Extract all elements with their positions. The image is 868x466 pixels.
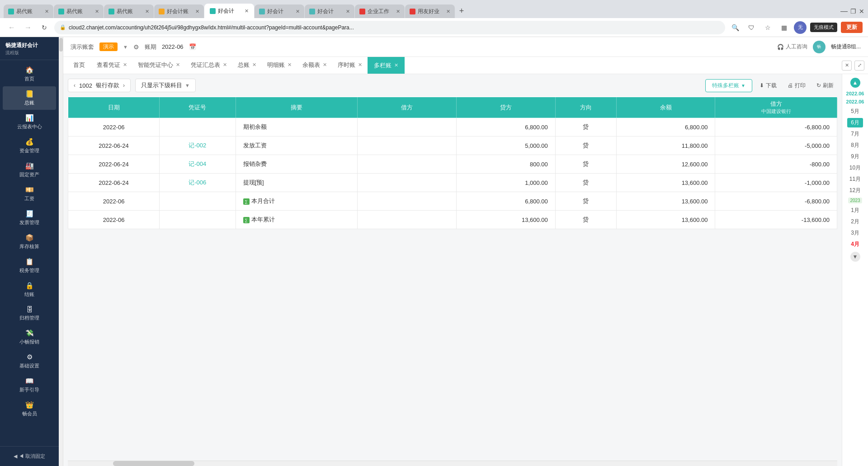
url-bar[interactable]: 🔒 cloud2.chanjet.com/accounting/uh26t264… [54, 21, 725, 34]
tab-close-7[interactable]: ✕ [346, 9, 350, 14]
panel-collapse-toggle[interactable]: › [842, 262, 842, 278]
sidebar-item-assets[interactable]: 🏭 固定资产 [3, 158, 56, 182]
calendar-icon[interactable]: 📅 [189, 43, 196, 50]
tab-close-sequence-ledger[interactable]: ✕ [358, 62, 362, 68]
month-12[interactable]: 12月 [849, 185, 861, 196]
row4-voucher[interactable]: 记-006 [160, 174, 236, 192]
nav-next-arrow[interactable]: › [123, 82, 125, 89]
gear-icon[interactable]: ⚙ [133, 43, 139, 51]
tab-home[interactable]: 首页 [67, 57, 91, 74]
tab-close-3[interactable]: ✕ [145, 9, 149, 14]
left-scrollbar[interactable] [59, 37, 63, 466]
profile-button[interactable]: 无 [794, 21, 807, 34]
month-8[interactable]: 8月 [851, 140, 859, 151]
row2-voucher[interactable]: 记-002 [160, 137, 236, 155]
refresh-button[interactable]: ↻ 刷新 [813, 80, 837, 92]
sidebar-item-invoice[interactable]: 🧾 发票管理 [3, 206, 56, 230]
back-button[interactable]: ← [5, 21, 18, 34]
browser-tab-5[interactable]: 好会计 ✕ [204, 4, 254, 18]
tab-close-detail-ledger[interactable]: ✕ [288, 62, 292, 68]
month-5[interactable]: 5月 [851, 106, 859, 117]
tab-smart-voucher[interactable]: 智能凭证中心 ✕ [132, 57, 185, 74]
sidebar-item-home[interactable]: 🏠 首页 [3, 62, 56, 86]
month-9[interactable]: 9月 [851, 151, 859, 162]
print-button[interactable]: 🖨 打印 [784, 80, 809, 92]
tab-voucher-summary[interactable]: 凭证汇总表 ✕ [185, 57, 232, 74]
horizontal-scrollbar[interactable] [68, 461, 837, 466]
bookmark-icon[interactable]: ☆ [761, 21, 774, 34]
tab-balance-table[interactable]: 余额表 ✕ [297, 57, 332, 74]
maximize-button[interactable]: ❐ [850, 8, 856, 15]
month-10[interactable]: 10月 [849, 162, 861, 174]
close-panel-button[interactable]: ✕ [842, 61, 852, 71]
sidebar-item-report[interactable]: 📊 云报表中心 [3, 110, 56, 134]
sidebar-item-salary[interactable]: 💴 工资 [3, 182, 56, 206]
unpin-button[interactable]: ◀ ◀ 取消固定 [4, 450, 55, 462]
browser-tab-8[interactable]: 企业工作 ✕ [355, 5, 405, 18]
month-2[interactable]: 2月 [851, 216, 859, 227]
sidebar-item-expense[interactable]: 💸 小畅报销 [3, 325, 56, 349]
sidebar-item-member[interactable]: 👑 畅会员 [3, 397, 56, 421]
tab-general-ledger[interactable]: 总账 ✕ [232, 57, 262, 74]
forward-button[interactable]: → [22, 21, 34, 34]
update-button[interactable]: 更新 [841, 22, 863, 33]
tab-detail-ledger[interactable]: 明细账 ✕ [262, 57, 297, 74]
nav-prev-arrow[interactable]: ‹ [74, 82, 75, 89]
scroll-indicator[interactable] [113, 461, 194, 466]
minimize-button[interactable]: — [840, 7, 848, 15]
download-button[interactable]: ⬇ 下载 [756, 80, 780, 92]
month-1[interactable]: 1月 [851, 205, 859, 216]
tab-close-smart-voucher[interactable]: ✕ [176, 62, 180, 68]
ai-consult-button[interactable]: 🎧 人工咨询 [777, 43, 807, 51]
search-icon[interactable]: 🔍 [729, 21, 741, 34]
scroll-down-button[interactable]: ▼ [850, 252, 860, 262]
tab-close-general-ledger[interactable]: ✕ [252, 62, 256, 68]
sub-filter[interactable]: 只显示下级科目 ▼ [135, 79, 196, 92]
month-2022-06-top[interactable]: 2022.06 [846, 89, 864, 98]
new-tab-button[interactable]: + [455, 5, 468, 17]
close-button[interactable]: ✕ [859, 8, 864, 15]
month-4-current[interactable]: 4月 [851, 239, 859, 250]
tab-close-voucher-view[interactable]: ✕ [123, 62, 127, 68]
tab-close-voucher-summary[interactable]: ✕ [223, 62, 227, 68]
sidebar-toggle[interactable]: ▦ [778, 21, 790, 34]
sidebar-item-close-accounts[interactable]: 🔒 结账 [3, 278, 56, 301]
tab-close-1[interactable]: ✕ [45, 9, 49, 14]
browser-tab-6[interactable]: 好会计 ✕ [255, 5, 304, 18]
incognito-badge[interactable]: 无痕模式 [810, 23, 837, 32]
sidebar-item-guide[interactable]: 📖 新手引导 [3, 373, 56, 397]
tab-voucher-view[interactable]: 查看凭证 ✕ [91, 57, 132, 74]
browser-tab-9[interactable]: 用友好业 ✕ [405, 5, 455, 18]
tab-close-6[interactable]: ✕ [296, 9, 300, 14]
browser-tab-4[interactable]: 好会计账 ✕ [154, 5, 204, 18]
browser-tab-1[interactable]: 易代账 ✕ [4, 5, 53, 18]
reload-button[interactable]: ↻ [38, 21, 51, 34]
month-6-active[interactable]: 6月 [847, 118, 863, 127]
tab-close-5[interactable]: ✕ [245, 8, 249, 14]
sidebar-item-funds[interactable]: 💰 资金管理 [3, 134, 56, 158]
expand-panel-button[interactable]: ⤢ [854, 61, 864, 71]
shield-icon[interactable]: 🛡 [745, 21, 758, 34]
special-col-btn[interactable]: 特殊多栏账 ▼ [705, 79, 752, 92]
sidebar-item-ledger[interactable]: 📒 总账 [3, 86, 56, 110]
sidebar-item-settings[interactable]: ⚙ 基础设置 [3, 349, 56, 373]
tab-close-2[interactable]: ✕ [95, 9, 99, 14]
row3-voucher[interactable]: 记-004 [160, 155, 236, 174]
sidebar-item-archive[interactable]: 🗄 归档管理 [3, 302, 56, 325]
sidebar-item-tax[interactable]: 📋 税务管理 [3, 254, 56, 278]
user-avatar[interactable]: 畅 [813, 41, 826, 53]
demo-badge[interactable]: 演示 [99, 42, 118, 51]
dropdown-arrow[interactable]: ▼ [123, 44, 128, 50]
username-text[interactable]: 畅捷通B组... [831, 43, 861, 51]
browser-tab-7[interactable]: 好会计 ✕ [305, 5, 354, 18]
ledger-table-wrap[interactable]: 日期 凭证号 摘要 借方 贷方 方向 余额 借方 中国建设银行 [68, 97, 837, 461]
browser-tab-3[interactable]: 易代账 ✕ [104, 5, 154, 18]
tab-close-9[interactable]: ✕ [446, 9, 450, 14]
tab-close-4[interactable]: ✕ [195, 9, 199, 14]
scroll-up-button[interactable]: ▲ [850, 78, 860, 88]
tab-close-balance-table[interactable]: ✕ [323, 62, 327, 68]
tab-close-multi-column[interactable]: ✕ [394, 62, 398, 68]
month-3[interactable]: 3月 [851, 227, 859, 239]
tab-sequence-ledger[interactable]: 序时账 ✕ [332, 57, 368, 74]
tab-multi-column[interactable]: 多栏账 ✕ [368, 57, 405, 74]
